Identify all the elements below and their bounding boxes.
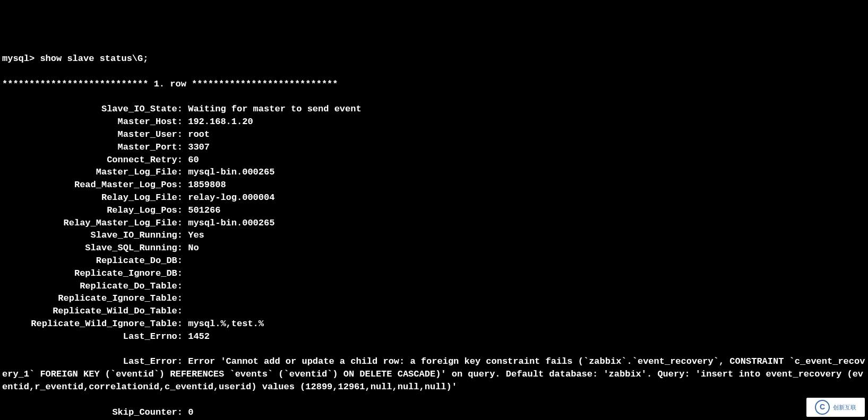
status-field-row: Replicate_Ignore_DB: xyxy=(2,267,866,280)
watermark-text: 创新互联 xyxy=(833,404,856,410)
last-error-label: Last_Error: xyxy=(2,355,183,368)
field-label: Replicate_Wild_Do_Table: xyxy=(2,305,183,318)
field-label: Skip_Counter: xyxy=(2,406,183,419)
status-field-row: Skip_Counter: 0 xyxy=(2,406,866,419)
field-label: Last_Errno: xyxy=(2,330,183,343)
field-label: Relay_Master_Log_File: xyxy=(2,217,183,230)
status-field-row: Replicate_Ignore_Table: xyxy=(2,292,866,305)
status-field-row: Relay_Master_Log_File: mysql-bin.000265 xyxy=(2,217,866,230)
field-label: Master_User: xyxy=(2,128,183,141)
field-value: No xyxy=(188,243,199,253)
field-label: Relay_Log_File: xyxy=(2,191,183,204)
field-value: mysql-bin.000265 xyxy=(188,167,274,177)
field-label: Replicate_Ignore_DB: xyxy=(2,267,183,280)
row-header: *************************** 1. row *****… xyxy=(2,78,866,91)
field-value: mysql.%,test.% xyxy=(188,319,264,329)
status-field-row: Replicate_Wild_Do_Table: xyxy=(2,305,866,318)
status-fields-after: Skip_Counter: 0Exec_Master_Log_Pos: 5011… xyxy=(2,406,866,421)
field-value: 501266 xyxy=(188,205,220,215)
status-field-row: Slave_IO_State: Waiting for master to se… xyxy=(2,103,866,116)
status-field-row: Last_Errno: 1452 xyxy=(2,330,866,343)
status-field-row: Connect_Retry: 60 xyxy=(2,154,866,167)
field-value: 0 xyxy=(188,407,193,417)
status-field-row: Slave_IO_Running: Yes xyxy=(2,229,866,242)
field-value: root xyxy=(188,129,210,139)
field-value: 3307 xyxy=(188,142,210,152)
field-label: Replicate_Wild_Ignore_Table: xyxy=(2,318,183,330)
status-field-row: Replicate_Do_DB: xyxy=(2,255,866,267)
field-value: 192.168.1.20 xyxy=(188,117,253,127)
field-value: 60 xyxy=(188,155,199,165)
status-field-row: Master_User: root xyxy=(2,128,866,141)
status-field-row: Replicate_Do_Table: xyxy=(2,280,866,293)
field-value: 1452 xyxy=(188,331,210,342)
field-value: Waiting for master to send event xyxy=(188,104,361,114)
status-field-row: Master_Port: 3307 xyxy=(2,141,866,154)
field-label: Slave_IO_State: xyxy=(2,103,183,116)
field-label: Read_Master_Log_Pos: xyxy=(2,179,183,191)
status-field-row: Relay_Log_Pos: 501266 xyxy=(2,204,866,217)
field-label: Slave_SQL_Running: xyxy=(2,242,183,255)
status-field-row: Read_Master_Log_Pos: 1859808 xyxy=(2,179,866,191)
field-label: Relay_Log_Pos: xyxy=(2,204,183,217)
status-fields: Slave_IO_State: Waiting for master to se… xyxy=(2,103,866,343)
field-value: 1859808 xyxy=(188,180,226,190)
watermark-icon: C xyxy=(815,400,830,415)
field-label: Master_Port: xyxy=(2,141,183,154)
watermark-logo: C 创新互联 xyxy=(806,398,865,417)
field-label: Replicate_Do_Table: xyxy=(2,280,183,293)
last-error-row: Last_Error: Error 'Cannot add or update … xyxy=(2,355,866,393)
field-label: Replicate_Ignore_Table: xyxy=(2,292,183,305)
field-label: Slave_IO_Running: xyxy=(2,229,183,242)
field-value: Yes xyxy=(188,230,204,240)
field-value: mysql-bin.000265 xyxy=(188,218,274,228)
status-field-row: Slave_SQL_Running: No xyxy=(2,242,866,255)
field-label: Master_Host: xyxy=(2,116,183,128)
field-label: Connect_Retry: xyxy=(2,154,183,167)
mysql-prompt: mysql> show slave status\G; xyxy=(2,52,866,65)
status-field-row: Relay_Log_File: relay-log.000004 xyxy=(2,191,866,204)
field-value: relay-log.000004 xyxy=(188,192,274,203)
status-field-row: Master_Host: 192.168.1.20 xyxy=(2,116,866,128)
status-field-row: Master_Log_File: mysql-bin.000265 xyxy=(2,166,866,179)
field-label: Master_Log_File: xyxy=(2,166,183,179)
field-label: Replicate_Do_DB: xyxy=(2,255,183,267)
status-field-row: Replicate_Wild_Ignore_Table: mysql.%,tes… xyxy=(2,318,866,330)
